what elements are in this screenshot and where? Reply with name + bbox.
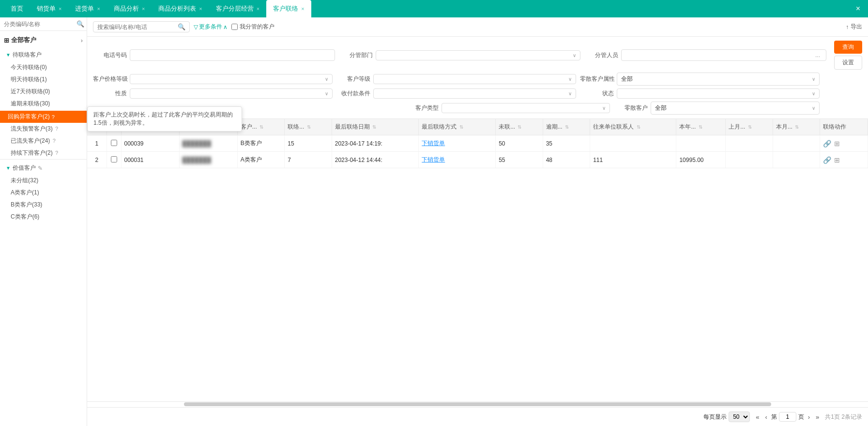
row2-num: 2 xyxy=(87,152,107,168)
retail-select[interactable]: 全部 ∨ xyxy=(651,102,820,115)
nav-home[interactable]: 首页 xyxy=(4,0,30,17)
customer-type-field: 客户类型 ∨ xyxy=(405,103,610,113)
customer-type-select[interactable]: ∨ xyxy=(442,103,610,113)
this-year-sort-icon[interactable]: ⇅ xyxy=(699,124,702,130)
row2-method-link[interactable]: 下销货单 xyxy=(422,156,445,163)
close-all-tabs[interactable]: × xyxy=(852,4,864,13)
method-sort-icon[interactable]: ⇅ xyxy=(459,124,463,130)
retail-attr-field: 零散客户属性 全部 ∨ xyxy=(580,73,820,86)
filter-icon: ▽ xyxy=(194,24,198,30)
last-page-btn[interactable]: » xyxy=(814,412,821,422)
prev-page-btn[interactable]: ‹ xyxy=(763,412,769,422)
no-contact-sort-icon[interactable]: ⇅ xyxy=(518,124,521,130)
retail-arrow: ∨ xyxy=(812,105,815,111)
nav-product-analysis-list[interactable]: 商品分析列表 × xyxy=(152,0,209,17)
sidebar-churn-warning[interactable]: 流失预警客户(3) ? xyxy=(0,123,87,135)
row1-last-date: 2023-04-17 14:19: xyxy=(332,135,418,152)
filter-search-icon[interactable]: 🔍 xyxy=(178,23,185,30)
churned-info-icon[interactable]: ? xyxy=(53,138,56,144)
payment-arrow: ∨ xyxy=(568,91,572,96)
row1-check[interactable] xyxy=(107,135,121,152)
settings-button[interactable]: 设置 xyxy=(834,56,862,70)
close-customer-contact[interactable]: × xyxy=(301,6,304,12)
last-month-sort-icon[interactable]: ⇅ xyxy=(748,124,752,130)
filter-search-input[interactable] xyxy=(97,24,176,30)
row2-more-icon[interactable]: ⊞ xyxy=(834,156,840,164)
nav-customer-contact[interactable]: 客户联络 × xyxy=(266,0,311,17)
value-section-title[interactable]: ▼ 价值客户 ✎ xyxy=(0,162,87,175)
horizontal-scrollbar-thumb[interactable] xyxy=(184,402,771,406)
sidebar-search-input[interactable] xyxy=(4,21,76,28)
churn-warning-info-icon[interactable]: ? xyxy=(55,126,58,132)
repurchase-info-icon[interactable]: ? xyxy=(52,114,55,120)
manager-select[interactable]: ... xyxy=(621,49,826,61)
page-number-input[interactable] xyxy=(779,412,796,422)
next-page-btn[interactable]: › xyxy=(806,412,812,422)
gender-select[interactable]: ∨ xyxy=(130,88,333,99)
value-edit-icon[interactable]: ✎ xyxy=(38,165,43,172)
filter-actions: 查询 设置 xyxy=(834,41,862,70)
my-customers-check: 我分管的客户 xyxy=(231,23,274,31)
nav-product-analysis[interactable]: 商品分析 × xyxy=(107,0,152,17)
close-product-analysis[interactable]: × xyxy=(142,6,145,12)
sidebar-7days-pending[interactable]: 近7天待联络(0) xyxy=(0,86,87,98)
dept-select[interactable]: ∨ xyxy=(376,50,581,60)
phone-input[interactable] xyxy=(130,49,335,61)
row1-this-year xyxy=(676,135,726,152)
declining-info-icon[interactable]: ? xyxy=(55,150,58,156)
close-purchase-order[interactable]: × xyxy=(97,6,100,12)
sidebar-all-customers[interactable]: ⊞ 全部客户 › xyxy=(0,33,87,47)
customer-level-select[interactable]: ∨ xyxy=(373,74,576,84)
contact-sort-icon[interactable]: ⇅ xyxy=(307,124,311,130)
pending-section-title[interactable]: ▼ 待联络客户 xyxy=(0,48,87,61)
row2-last-month xyxy=(726,152,773,168)
row2-checkbox[interactable] xyxy=(111,156,117,162)
customer-level-arrow: ∨ xyxy=(568,76,572,82)
row2-check[interactable] xyxy=(107,152,121,168)
collapse-icon[interactable]: › xyxy=(81,37,83,44)
nav-purchase-order[interactable]: 进货单 × xyxy=(68,0,107,17)
sidebar-unclassified[interactable]: 未分组(32) xyxy=(0,175,87,187)
payment-select[interactable]: ∨ xyxy=(373,88,576,99)
dept-field: 分管部门 ∨ xyxy=(339,50,581,60)
col-action: 联络动作 xyxy=(820,119,868,135)
pending-section: ▼ 待联络客户 今天待联络(0) 明天待联络(1) 近7天待联络(0) 逾期未联… xyxy=(0,47,87,111)
col-last-contact-method: 最后联络方式 ⇅ xyxy=(419,119,496,135)
row1-more-icon[interactable]: ⊞ xyxy=(834,140,840,147)
sidebar-today-pending[interactable]: 今天待联络(0) xyxy=(0,61,87,73)
sidebar-tomorrow-pending[interactable]: 明天待联络(1) xyxy=(0,73,87,86)
per-page-select[interactable]: 50 xyxy=(729,411,750,422)
sidebar-search-icon[interactable]: 🔍 xyxy=(76,20,84,28)
type-sort-icon[interactable]: ⇅ xyxy=(259,124,263,130)
close-customer-segmentation[interactable]: × xyxy=(257,6,259,12)
more-conditions-btn[interactable]: ▽ 更多条件 ∧ xyxy=(194,23,228,31)
date-sort-icon[interactable]: ⇅ xyxy=(372,124,376,130)
sidebar-class-c[interactable]: C类客户(6) xyxy=(0,211,87,223)
unit-contact-sort-icon[interactable]: ⇅ xyxy=(637,124,640,130)
row2-view-icon[interactable]: 🔗 xyxy=(823,156,831,164)
row1-checkbox[interactable] xyxy=(111,140,117,146)
first-page-btn[interactable]: « xyxy=(754,412,761,422)
close-sales-order[interactable]: × xyxy=(59,6,61,12)
sidebar-repurchase-abnormal[interactable]: 回购异常客户(2) ? xyxy=(0,111,87,123)
nav-customer-segmentation[interactable]: 客户分层经营 × xyxy=(209,0,266,17)
overdue-sort-icon[interactable]: ⇅ xyxy=(565,124,569,130)
row2-name: ███████ xyxy=(179,152,237,168)
sidebar-churned[interactable]: 已流失客户(24) ? xyxy=(0,135,87,147)
close-product-analysis-list[interactable]: × xyxy=(199,6,202,12)
nav-sales-order[interactable]: 销货单 × xyxy=(30,0,68,17)
manager-ellipsis[interactable]: ... xyxy=(813,52,822,59)
query-button[interactable]: 查询 xyxy=(834,41,862,54)
sidebar-class-b[interactable]: B类客户(33) xyxy=(0,199,87,211)
export-button[interactable]: ↑ 导出 xyxy=(846,23,862,31)
retail-attr-select[interactable]: 全部 ∨ xyxy=(617,73,820,86)
my-customers-checkbox[interactable] xyxy=(231,24,238,30)
sidebar-class-a[interactable]: A类客户(1) xyxy=(0,187,87,199)
sidebar-overdue-pending[interactable]: 逾期未联络(30) xyxy=(0,98,87,110)
row1-method-link[interactable]: 下销货单 xyxy=(422,140,445,147)
sidebar-declining[interactable]: 持续下滑客户(2) ? xyxy=(0,147,87,159)
this-month-sort-icon[interactable]: ⇅ xyxy=(795,124,799,130)
price-level-select[interactable]: ∨ xyxy=(130,74,333,84)
row1-view-icon[interactable]: 🔗 xyxy=(823,140,831,147)
status-select[interactable]: ∨ xyxy=(617,88,820,99)
